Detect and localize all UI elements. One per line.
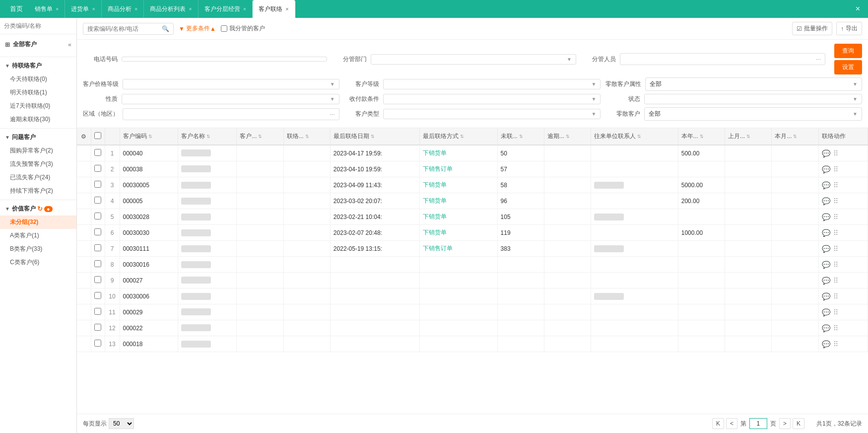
tab-home[interactable]: 首页: [4, 4, 29, 13]
current-page-input[interactable]: [749, 418, 767, 429]
row-checkbox[interactable]: [94, 228, 101, 235]
customer-type-select[interactable]: ▼: [383, 109, 601, 119]
sidebar-item-churn-warning[interactable]: 流失预警客户(3): [0, 157, 76, 171]
row-checkbox[interactable]: [94, 292, 101, 299]
chat-icon[interactable]: 💬: [822, 213, 830, 221]
this-year-col-header[interactable]: 本年...⇅: [678, 128, 725, 145]
sidebar-item-hoarding[interactable]: 囤购异常客户(2): [0, 144, 76, 157]
batch-operation-button[interactable]: ☑ 批量操作: [792, 22, 832, 35]
contact-method-link[interactable]: 下销货单: [423, 181, 447, 188]
dept-select[interactable]: ▼: [371, 54, 576, 65]
contact-method-link[interactable]: 下销货单: [423, 197, 447, 204]
check-all-checkbox[interactable]: [94, 132, 101, 139]
more-icon[interactable]: ⠿: [833, 213, 838, 221]
settings-col-header[interactable]: ⚙: [77, 128, 91, 145]
contact-col-header[interactable]: 联络...⇅: [283, 128, 330, 145]
row-checkbox[interactable]: [94, 324, 101, 331]
row-checkbox[interactable]: [94, 244, 101, 251]
chat-icon[interactable]: 💬: [822, 261, 830, 269]
payment-select[interactable]: ▼: [383, 94, 601, 104]
close-product-analysis-tab[interactable]: ×: [134, 6, 137, 12]
this-month-col-header[interactable]: 本月...⇅: [772, 128, 818, 145]
sidebar-group-pending[interactable]: ▼ 待联络客户: [0, 59, 76, 72]
row-checkbox[interactable]: [94, 340, 101, 347]
filter-search-input[interactable]: [87, 25, 162, 32]
row-checkbox[interactable]: [94, 149, 101, 156]
last-contact-method-col-header[interactable]: 最后联络方式⇅: [420, 128, 497, 145]
sidebar-item-churned[interactable]: 已流失客户(24): [0, 171, 76, 184]
more-icon[interactable]: ⠿: [833, 245, 838, 253]
more-icon[interactable]: ⠿: [833, 277, 838, 285]
customer-level-select[interactable]: ▼: [383, 79, 601, 89]
last-month-col-header[interactable]: 上月...⇅: [725, 128, 772, 145]
chat-icon[interactable]: 💬: [822, 197, 830, 205]
more-icon[interactable]: ⠿: [833, 197, 838, 205]
chat-icon[interactable]: 💬: [822, 229, 830, 237]
chat-icon[interactable]: 💬: [822, 149, 830, 157]
first-page-button[interactable]: K: [712, 418, 724, 429]
name-col-header[interactable]: 客户名称⇅: [178, 128, 237, 145]
price-level-select[interactable]: ▼: [123, 79, 339, 89]
last-contact-date-col-header[interactable]: 最后联络日期⇅: [330, 128, 420, 145]
more-icon[interactable]: ⠿: [833, 229, 838, 237]
next-page-button[interactable]: >: [779, 418, 791, 429]
unit-contact-col-header[interactable]: 往来单位联系人⇅: [591, 128, 678, 145]
type-col-header[interactable]: 客户...⇅: [237, 128, 283, 145]
chat-icon[interactable]: 💬: [822, 165, 830, 173]
contact-method-link[interactable]: 下销售订单: [423, 245, 453, 252]
sidebar-item-today-pending[interactable]: 今天待联络(0): [0, 72, 76, 86]
row-checkbox[interactable]: [94, 197, 101, 204]
more-icon[interactable]: ⠿: [833, 292, 838, 300]
status-select[interactable]: ▼: [644, 94, 862, 104]
chat-icon[interactable]: 💬: [822, 292, 830, 300]
tab-customer-contact[interactable]: 客户联络 ×: [253, 0, 295, 18]
overdue-col-header[interactable]: 逾期...⇅: [544, 128, 591, 145]
more-icon[interactable]: ⠿: [833, 165, 838, 173]
sidebar-search-input[interactable]: [4, 22, 77, 29]
tab-product-analysis-list[interactable]: 商品分析列表 ×: [144, 0, 198, 18]
sidebar-all-customers[interactable]: ⊞ 全部客户 «: [0, 37, 76, 52]
refresh-icon[interactable]: ↻: [37, 205, 43, 213]
sidebar-item-ungrouped[interactable]: 未分组(32): [0, 216, 76, 229]
sidebar-item-class-c[interactable]: C类客户(6): [0, 256, 76, 269]
phone-input[interactable]: [122, 57, 327, 62]
close-sales-tab[interactable]: ×: [56, 6, 59, 12]
more-icon[interactable]: ⠿: [833, 261, 838, 269]
last-page-button[interactable]: K: [793, 418, 804, 429]
close-product-analysis-list-tab[interactable]: ×: [189, 6, 192, 12]
contact-method-link[interactable]: 下销售订单: [423, 165, 453, 172]
sidebar-item-declining[interactable]: 持续下滑客户(2): [0, 184, 76, 198]
sidebar-item-class-b[interactable]: B类客户(33): [0, 242, 76, 256]
contact-method-link[interactable]: 下销货单: [423, 229, 447, 236]
retail-attr-select[interactable]: 全部 ▼: [645, 77, 862, 91]
code-col-header[interactable]: 客户编码⇅: [120, 128, 178, 145]
more-icon[interactable]: ⠿: [833, 308, 838, 316]
retail-customer-select[interactable]: 全部 ▼: [644, 107, 862, 121]
tab-sales[interactable]: 销售单 ×: [29, 0, 65, 18]
more-icon[interactable]: ⠿: [833, 340, 838, 348]
row-checkbox[interactable]: [94, 181, 101, 188]
filter-search-icon[interactable]: 🔍: [162, 25, 169, 32]
row-checkbox[interactable]: [94, 276, 101, 283]
my-customers-checkbox[interactable]: [221, 25, 227, 32]
close-customer-tier-tab[interactable]: ×: [243, 6, 246, 12]
chat-icon[interactable]: 💬: [822, 324, 830, 332]
check-all-col[interactable]: [91, 128, 105, 145]
chat-icon[interactable]: 💬: [822, 245, 830, 253]
settings-button[interactable]: 设置: [834, 60, 862, 74]
tab-purchase[interactable]: 进货单 ×: [65, 0, 101, 18]
per-page-select[interactable]: 50 20 100: [109, 418, 134, 429]
prev-page-button[interactable]: <: [726, 418, 737, 429]
no-contact-col-header[interactable]: 未联...⇅: [497, 128, 544, 145]
row-checkbox[interactable]: [94, 213, 101, 219]
chat-icon[interactable]: 💬: [822, 277, 830, 285]
more-icon[interactable]: ⠿: [833, 149, 838, 157]
row-checkbox[interactable]: [94, 165, 101, 172]
manager-select[interactable]: ···: [620, 53, 825, 65]
contact-method-link[interactable]: 下销货单: [423, 149, 447, 156]
nature-select[interactable]: ▼: [122, 94, 339, 104]
close-purchase-tab[interactable]: ×: [92, 6, 95, 12]
export-button[interactable]: ↑ 导出: [836, 22, 862, 35]
more-icon[interactable]: ⠿: [833, 181, 838, 189]
filter-more-conditions[interactable]: ▼ 更多条件 ▲: [179, 24, 216, 33]
